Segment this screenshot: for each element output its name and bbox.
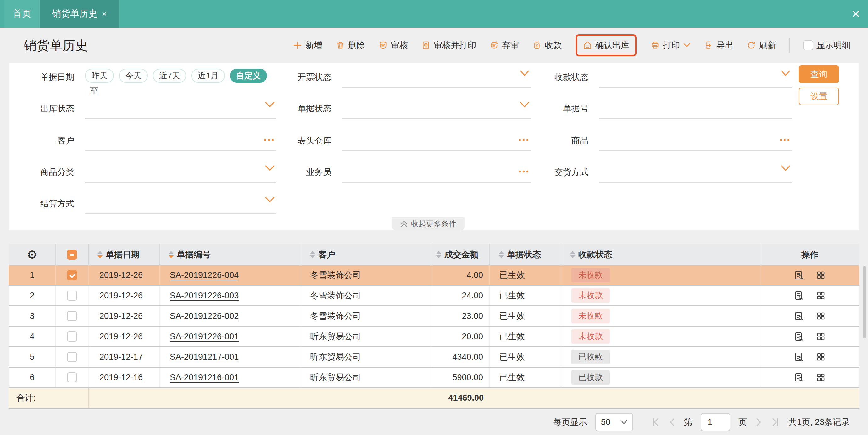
doc-no-input[interactable] — [599, 99, 792, 119]
chevron-down-icon — [781, 70, 790, 77]
confirm-outbound-button[interactable]: 确认出库 — [576, 34, 637, 56]
tab-sales-history[interactable]: 销货单历史 × — [40, 0, 119, 28]
refresh-button[interactable]: 刷新 — [747, 40, 776, 51]
header-doc-code[interactable]: 单据编号 — [160, 244, 301, 265]
audit-button[interactable]: 审 审核 — [378, 40, 408, 51]
first-page-icon[interactable] — [651, 418, 660, 427]
pill-today[interactable]: 今天 — [119, 68, 148, 83]
invoice-status-select[interactable] — [342, 68, 531, 87]
sort-icon[interactable] — [499, 251, 504, 258]
sort-icon[interactable] — [310, 251, 315, 258]
column-settings[interactable]: ⚙ — [9, 244, 56, 265]
print-button[interactable]: 打印 — [650, 40, 691, 51]
page-title: 销货单历史 — [24, 37, 88, 54]
header-payment-status[interactable]: 收款状态 — [561, 244, 761, 265]
table-row[interactable]: 5 2019-12-17 SA-20191217-001 昕东贸易公司 4340… — [9, 347, 859, 368]
goods-category-select[interactable] — [85, 163, 276, 182]
pill-custom[interactable]: 自定义 — [230, 68, 267, 83]
header-customer[interactable]: 客户 — [301, 244, 431, 265]
window-close-icon[interactable]: × — [851, 0, 860, 28]
view-detail-icon[interactable] — [794, 352, 804, 362]
view-detail-icon[interactable] — [794, 311, 804, 321]
sort-icon[interactable] — [97, 251, 102, 258]
row-checkbox[interactable] — [67, 270, 77, 280]
doc-code-link[interactable]: SA-20191226-004 — [170, 270, 239, 280]
header-doc-date[interactable]: 单据日期 — [89, 244, 160, 265]
view-detail-icon[interactable] — [794, 331, 804, 342]
tab-close-icon[interactable]: × — [102, 10, 106, 18]
tab-home[interactable]: 首页 — [4, 0, 40, 28]
settlement-method-select[interactable] — [85, 195, 276, 214]
abandon-audit-button[interactable]: 审 弃审 — [489, 40, 519, 51]
grid-actions-icon[interactable] — [816, 291, 826, 300]
row-checkbox[interactable] — [67, 311, 77, 321]
table-row[interactable]: 3 2019-12-26 SA-20191226-002 冬雪装饰公司 23.0… — [9, 306, 859, 327]
doc-code-link[interactable]: SA-20191226-003 — [170, 291, 239, 300]
sort-icon[interactable] — [436, 251, 441, 258]
doc-code-link[interactable]: SA-20191217-001 — [170, 352, 239, 362]
salesman-lookup[interactable] — [342, 163, 531, 182]
filter-customer: 客户 — [12, 132, 276, 151]
row-doc-status: 已生效 — [490, 265, 561, 285]
filter-outbound-status-label: 出库状态 — [12, 99, 85, 119]
row-checkbox[interactable] — [67, 291, 77, 300]
sort-icon[interactable] — [570, 251, 575, 258]
vertical-scrollbar[interactable] — [863, 266, 866, 338]
payment-status-select[interactable] — [599, 68, 792, 87]
gear-icon[interactable]: ⚙ — [27, 248, 37, 262]
select-all-checkbox[interactable] — [67, 250, 77, 260]
view-detail-icon[interactable] — [794, 270, 804, 280]
row-checkbox[interactable] — [67, 372, 77, 382]
grid-actions-icon[interactable] — [816, 373, 826, 382]
grid-actions-icon[interactable] — [816, 311, 826, 321]
table-row[interactable]: 4 2019-12-26 SA-20191226-001 昕东贸易公司 20.0… — [9, 327, 859, 347]
export-button[interactable]: 导出 — [704, 40, 734, 51]
doc-code-link[interactable]: SA-20191226-002 — [170, 311, 239, 321]
delete-button[interactable]: 删除 — [336, 40, 365, 51]
outbound-status-select[interactable] — [85, 99, 276, 119]
header-doc-status[interactable]: 单据状态 — [490, 244, 561, 265]
doc-code-link[interactable]: SA-20191226-001 — [170, 332, 239, 342]
page-number-input[interactable]: 1 — [701, 413, 730, 431]
header-amount[interactable]: 成交金额 — [431, 244, 490, 265]
table-row[interactable]: 6 2019-12-16 SA-20191216-001 昕东贸易公司 5900… — [9, 368, 859, 388]
delivery-method-select[interactable] — [599, 163, 792, 182]
doc-code-link[interactable]: SA-20191216-001 — [170, 373, 239, 382]
pill-last1month[interactable]: 近1月 — [191, 68, 224, 83]
prev-page-icon[interactable] — [668, 418, 676, 427]
per-page-select[interactable]: 50 — [595, 413, 633, 431]
collapse-conditions-button[interactable]: 收起更多条件 — [392, 217, 465, 230]
next-page-icon[interactable] — [755, 418, 763, 427]
filter-payment-status: 收款状态 — [526, 68, 792, 87]
sort-icon[interactable] — [168, 251, 174, 258]
view-detail-icon[interactable] — [794, 372, 804, 382]
query-button[interactable]: 查询 — [799, 65, 839, 83]
warehouse-lookup[interactable] — [342, 132, 531, 151]
pill-yesterday[interactable]: 昨天 — [85, 68, 114, 83]
audit-and-print-button-label: 审核并打印 — [434, 40, 476, 51]
filter-warehouse-label: 表头仓库 — [269, 132, 342, 151]
settings-button[interactable]: 设置 — [799, 87, 839, 105]
goods-lookup[interactable] — [599, 132, 792, 151]
show-detail-checkbox[interactable] — [803, 40, 813, 50]
show-detail-toggle[interactable]: 显示明细 — [803, 40, 850, 51]
double-chevron-up-icon — [400, 220, 408, 227]
last-page-icon[interactable] — [771, 418, 780, 427]
add-button[interactable]: 新增 — [293, 40, 322, 51]
doc-status-select[interactable] — [342, 99, 531, 119]
select-all-cell[interactable] — [56, 244, 89, 265]
customer-lookup[interactable] — [85, 132, 276, 151]
pill-last7days[interactable]: 近7天 — [153, 68, 186, 83]
receive-payment-button[interactable]: ¥ 收款 — [532, 40, 562, 51]
row-checkbox[interactable] — [67, 331, 77, 342]
table-row[interactable]: 1 2019-12-26 SA-20191226-004 冬雪装饰公司 4.00… — [9, 265, 859, 286]
view-detail-icon[interactable] — [794, 291, 804, 300]
row-customer: 冬雪装饰公司 — [301, 286, 431, 305]
audit-and-print-button[interactable]: 审核并打印 — [421, 40, 476, 51]
row-checkbox[interactable] — [67, 352, 77, 362]
svg-text:审: 审 — [492, 44, 495, 47]
grid-actions-icon[interactable] — [816, 332, 826, 341]
grid-actions-icon[interactable] — [816, 352, 826, 362]
grid-actions-icon[interactable] — [816, 270, 826, 280]
table-row[interactable]: 2 2019-12-26 SA-20191226-003 冬雪装饰公司 24.0… — [9, 286, 859, 306]
